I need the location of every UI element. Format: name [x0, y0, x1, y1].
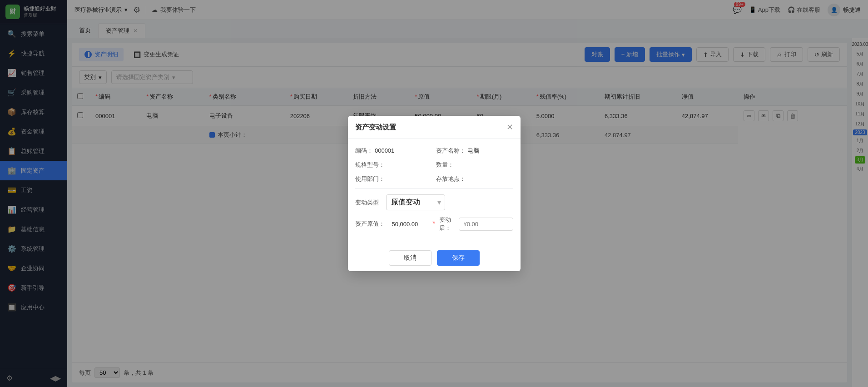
modal-footer: 取消 保存 — [348, 245, 521, 271]
modal-field-spec: 规格型号： — [355, 160, 432, 169]
modal-field-code: 编码： 000001 — [355, 146, 432, 155]
change-type-select[interactable]: 原值变动 ▾ — [386, 194, 445, 210]
cancel-button[interactable]: 取消 — [389, 250, 432, 266]
modal-after-change-label: 变动后： — [439, 216, 452, 232]
change-type-value: 原值变动 — [391, 198, 420, 207]
modal-after-required: * — [432, 220, 435, 228]
modal-spec-label: 规格型号： — [355, 161, 385, 168]
save-button[interactable]: 保存 — [437, 250, 480, 266]
modal-close-icon[interactable]: ✕ — [506, 122, 513, 132]
save-label: 保存 — [452, 254, 465, 261]
modal-field-asset-name: 资产名称： 电脑 — [436, 146, 513, 155]
modal-quantity-label: 数量： — [436, 161, 454, 168]
modal-header: 资产变动设置 ✕ — [348, 116, 521, 139]
modal-body: 编码： 000001 资产名称： 电脑 规格型号： 数量： — [348, 139, 521, 245]
modal-row-dept-loc: 使用部门： 存放地点： — [355, 174, 513, 183]
modal-row-values: 资产原值： 50,000.00 * 变动后： — [355, 216, 513, 232]
modal-field-department: 使用部门： — [355, 174, 432, 183]
modal-title: 资产变动设置 — [355, 123, 396, 132]
modal-row-change-type: 变动类型 原值变动 ▾ — [355, 194, 513, 210]
modal-overlay: 资产变动设置 ✕ 编码： 000001 资产名称： 电脑 规格型号： — [0, 0, 868, 387]
after-change-input[interactable] — [459, 218, 513, 231]
modal-divider — [355, 189, 513, 189]
cancel-label: 取消 — [404, 254, 417, 261]
change-type-dropdown-icon: ▾ — [437, 198, 441, 207]
modal-location-label: 存放地点： — [436, 175, 466, 182]
modal-asset-name-value: 电脑 — [467, 147, 479, 154]
modal-row-code-name: 编码： 000001 资产名称： 电脑 — [355, 146, 513, 155]
modal-row-spec-qty: 规格型号： 数量： — [355, 160, 513, 169]
asset-change-modal: 资产变动设置 ✕ 编码： 000001 资产名称： 电脑 规格型号： — [348, 116, 521, 271]
modal-field-quantity: 数量： — [436, 160, 513, 169]
modal-change-type-label: 变动类型 — [355, 198, 379, 207]
modal-asset-value-label: 资产原值： — [355, 220, 385, 228]
modal-code-label: 编码： — [355, 147, 373, 154]
modal-department-label: 使用部门： — [355, 175, 385, 182]
modal-code-value: 000001 — [375, 147, 394, 154]
modal-asset-name-label: 资产名称： — [436, 147, 466, 154]
modal-field-location: 存放地点： — [436, 174, 513, 183]
modal-asset-value-value: 50,000.00 — [392, 221, 418, 228]
